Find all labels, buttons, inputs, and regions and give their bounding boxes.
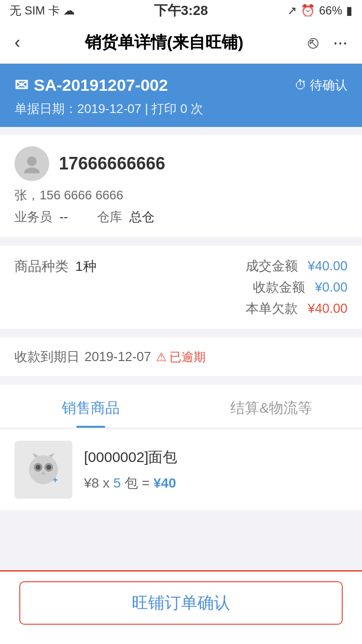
svg-point-6 (46, 465, 51, 470)
owed-amount-label: 本单欠款 (246, 300, 298, 317)
customer-avatar (14, 146, 49, 181)
svg-point-5 (36, 465, 41, 470)
warehouse-field: 仓库 总仓 (97, 209, 154, 225)
battery-icon: ▮ (346, 4, 352, 17)
location-icon: ↗ (287, 4, 297, 17)
status-bar: 无 SIM 卡 ☁ 下午3:28 ↗ ⏰ 66% ▮ (0, 0, 362, 21)
share-button[interactable]: ⎋ (308, 32, 319, 53)
order-header: ✉ SA-20191207-002 ⏱ 待确认 单据日期：2019-12-07 … (0, 64, 362, 127)
clock-icon: ⏱ (294, 78, 307, 93)
customer-detail: 张，156 6666 6666 (14, 187, 348, 204)
summary-section: 商品种类 1种 成交金额 ¥40.00 收款金额 ¥0.00 本单欠款 ¥40.… (0, 246, 362, 329)
price-separator: x (103, 476, 113, 490)
status-right: ↗ ⏰ 66% ▮ (287, 4, 352, 17)
product-type-label: 商品种类 (14, 257, 69, 276)
tab-products[interactable]: 销售商品 (0, 385, 181, 428)
warehouse-label: 仓库 (97, 210, 122, 224)
deal-amount-row: 成交金额 ¥40.00 (246, 257, 348, 275)
order-status-text: 待确认 (310, 77, 348, 94)
order-date: 单据日期：2019-12-07 | 打印 0 次 (14, 100, 348, 117)
product-price: ¥8 x 5 包 = ¥40 (84, 474, 348, 492)
warehouse-value: 总仓 (129, 210, 154, 224)
divider-1 (0, 127, 362, 135)
nav-actions: ⎋ ··· (308, 32, 348, 53)
due-date-label: 收款到期日 (14, 348, 80, 365)
equals-sign: = (142, 476, 153, 490)
divider-3 (0, 330, 362, 337)
product-name: [0000002]面包 (84, 448, 348, 467)
owed-amount-row: 本单欠款 ¥40.00 (246, 300, 348, 317)
overdue-badge: ⚠ 已逾期 (156, 349, 206, 365)
salesperson-value: -- (59, 210, 68, 224)
product-thumbnail: + (14, 441, 72, 499)
order-id-text: SA-20191207-002 (34, 76, 168, 95)
tabs-section: 销售商品 结算&物流等 (0, 385, 362, 428)
back-button[interactable]: ‹ (14, 32, 20, 53)
status-time: 下午3:28 (154, 1, 208, 20)
tabs-bar: 销售商品 结算&物流等 (0, 385, 362, 428)
svg-point-1 (24, 168, 40, 173)
received-amount-label: 收款金额 (253, 279, 305, 296)
inbox-icon: ✉ (14, 75, 28, 95)
product-quantity: 5 (113, 476, 121, 490)
battery-level: 66% (319, 4, 342, 17)
tab-settlement[interactable]: 结算&物流等 (181, 385, 362, 428)
product-type: 商品种类 1种 (14, 257, 97, 276)
deal-amount-value: ¥40.00 (307, 259, 348, 274)
tab-settlement-label: 结算&物流等 (230, 400, 312, 416)
salesperson-field: 业务员 -- (14, 209, 68, 225)
salesperson-label: 业务员 (14, 210, 52, 224)
nav-bar: ‹ 销货单详情(来自旺铺) ⎋ ··· (0, 21, 362, 64)
status-left: 无 SIM 卡 ☁ (10, 3, 75, 18)
product-unit: 包 (125, 476, 138, 490)
divider-2 (0, 238, 362, 246)
customer-section: 17666666666 张，156 6666 6666 业务员 -- 仓库 总仓 (0, 135, 362, 237)
svg-point-0 (27, 156, 37, 166)
order-id-section: ✉ SA-20191207-002 (14, 75, 168, 95)
sim-status: 无 SIM 卡 ☁ (10, 3, 75, 18)
confirm-button-wrap: 旺铺订单确认 (0, 570, 362, 644)
received-amount-row: 收款金额 ¥0.00 (253, 279, 348, 296)
svg-text:+: + (53, 475, 58, 485)
product-type-value: 1种 (75, 257, 97, 276)
due-date-value: 2019-12-07 (84, 350, 151, 364)
overdue-icon: ⚠ (156, 350, 167, 364)
due-date-section: 收款到期日 2019-12-07 ⚠ 已逾期 (0, 337, 362, 376)
divider-4 (0, 377, 362, 385)
customer-phone: 17666666666 (59, 154, 165, 174)
product-total: ¥40 (153, 476, 176, 490)
page-title: 销货单详情(来自旺铺) (85, 31, 244, 54)
product-item: + [0000002]面包 ¥8 x 5 包 = ¥40 (0, 429, 362, 510)
confirm-button[interactable]: 旺铺订单确认 (19, 581, 343, 625)
price-value: ¥8 (84, 476, 99, 490)
product-info: [0000002]面包 ¥8 x 5 包 = ¥40 (84, 448, 348, 492)
order-status: ⏱ 待确认 (294, 77, 348, 94)
received-amount-value: ¥0.00 (315, 280, 348, 295)
owed-amount-value: ¥40.00 (307, 301, 348, 316)
customer-meta: 业务员 -- 仓库 总仓 (14, 209, 348, 225)
overdue-text: 已逾期 (169, 349, 206, 365)
more-button[interactable]: ··· (333, 32, 348, 53)
tab-products-label: 销售商品 (62, 400, 120, 416)
deal-amount-label: 成交金额 (246, 257, 298, 275)
amounts: 成交金额 ¥40.00 收款金额 ¥0.00 本单欠款 ¥40.00 (246, 257, 348, 317)
alarm-icon: ⏰ (301, 4, 315, 17)
